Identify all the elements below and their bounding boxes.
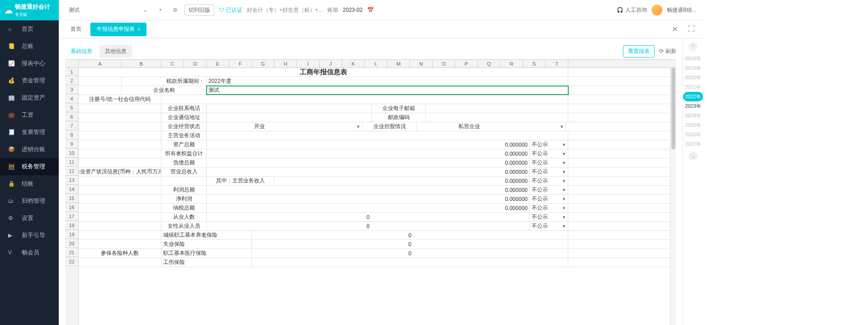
sidebar-item-1[interactable]: 📒总账 [0, 38, 59, 55]
cell[interactable]: 税款所属期间： [122, 77, 207, 86]
cell[interactable] [79, 213, 161, 221]
cell[interactable] [79, 158, 161, 167]
year-2026年[interactable]: 2026年 [683, 130, 703, 139]
cell[interactable]: 从业人数 [161, 213, 207, 221]
sidebar-item-0[interactable]: ⌂首页 [0, 20, 59, 38]
cell[interactable]: 其中：主营业务收入 [207, 177, 274, 185]
cell[interactable]: 净利润 [161, 195, 207, 203]
close-all-icon[interactable]: ✕ [669, 24, 680, 34]
year-2020年[interactable]: 2020年 [683, 73, 703, 82]
year-2023年[interactable]: 2023年 [683, 101, 703, 111]
cell[interactable] [79, 113, 161, 122]
cell[interactable]: 营业总收入 [161, 167, 207, 176]
cell[interactable]: 0.000000 [274, 177, 530, 185]
sidebar-item-13[interactable]: V畅会员 [0, 244, 59, 261]
cell[interactable]: 工商年报信息表 [79, 68, 568, 76]
cell[interactable]: 不公示▼ [530, 140, 568, 149]
cell[interactable] [79, 122, 161, 131]
vertical-scrollbar[interactable] [670, 68, 676, 325]
cell[interactable]: 女性从业人员 [161, 222, 207, 230]
spreadsheet-grid[interactable]: 工商年报信息表税款所属期间：2022年度企业名称测试注册号/统一社会信用代码企业… [79, 68, 676, 267]
cell[interactable]: 负债总额 [161, 158, 207, 167]
cell[interactable] [79, 204, 161, 212]
support-link[interactable]: 🎧 人工咨询 [617, 6, 647, 14]
cell[interactable]: 0.000000 [207, 167, 530, 176]
cell[interactable]: 0 [207, 222, 530, 230]
cell[interactable]: 不公示▼ [530, 213, 568, 221]
cell[interactable] [79, 140, 161, 149]
sidebar-item-3[interactable]: 💰资金管理 [0, 72, 59, 89]
cell[interactable]: 不公示▼ [530, 158, 568, 167]
cell[interactable]: 不公示▼ [530, 167, 568, 176]
cell[interactable]: 所有者权益合计 [161, 149, 207, 158]
cell[interactable] [207, 131, 568, 140]
switch-old-button[interactable]: 切到旧版 [184, 5, 214, 16]
sidebar-item-9[interactable]: 🔒结账 [0, 175, 59, 192]
avatar[interactable] [651, 5, 662, 15]
cell[interactable]: 企业经营状态 [161, 122, 207, 131]
tab-0[interactable]: 首页 [64, 23, 88, 36]
cell[interactable]: 企业通信地址 [161, 113, 207, 122]
cell[interactable] [161, 177, 207, 185]
cell[interactable] [79, 77, 122, 86]
sidebar-item-2[interactable]: 📈报表中心 [0, 55, 59, 72]
cell[interactable]: 0 [252, 240, 568, 249]
sidebar-item-5[interactable]: 💼工资 [0, 106, 59, 124]
cell[interactable] [79, 149, 161, 158]
cell[interactable]: 0.000000 [207, 149, 530, 158]
cell[interactable]: 参保各险种人数 [79, 249, 161, 258]
fullscreen-icon[interactable]: ⛶ [685, 24, 698, 34]
cell[interactable] [252, 258, 568, 267]
cell[interactable] [207, 104, 372, 113]
cell[interactable] [79, 177, 161, 185]
cell[interactable]: 利润总额 [161, 186, 207, 194]
tab-1[interactable]: 年报信息申报表× [90, 23, 146, 36]
company-select[interactable]: 测试 ⌄ [65, 4, 151, 16]
cell[interactable]: 0.000000 [207, 158, 530, 167]
cell[interactable]: 不公示▼ [530, 149, 568, 158]
year-2019年[interactable]: 2019年 [683, 63, 703, 73]
cell[interactable] [79, 231, 161, 239]
cell[interactable] [79, 104, 161, 113]
sidebar-item-4[interactable]: 🏢固定资产 [0, 89, 59, 106]
year-2018年[interactable]: 2018年 [683, 54, 703, 63]
add-icon[interactable]: + [156, 5, 165, 15]
cell[interactable]: 资产总额 [161, 140, 207, 149]
cell[interactable] [426, 113, 568, 122]
cell[interactable]: 邮政编码 [372, 113, 426, 122]
period-value[interactable]: 2023-02 [343, 7, 363, 13]
cell[interactable]: 0 [207, 213, 530, 221]
year-2025年[interactable]: 2025年 [683, 120, 703, 130]
cell[interactable]: 0.000000 [207, 186, 530, 194]
cell[interactable] [161, 95, 568, 104]
cell[interactable]: 不公示▼ [530, 177, 568, 185]
year-down-icon[interactable]: ⌄ [689, 152, 698, 161]
cell[interactable]: 工伤保险 [161, 258, 252, 267]
cell[interactable]: 失业保险 [161, 240, 252, 249]
cell[interactable]: 企业名称 [122, 86, 207, 95]
cell[interactable]: 不公示▼ [530, 204, 568, 212]
cell[interactable] [79, 258, 161, 267]
year-2027年[interactable]: 2027年 [683, 139, 703, 149]
cell[interactable]: 主营业务活动 [161, 131, 207, 140]
cell[interactable]: 纳税总额 [161, 204, 207, 212]
sidebar-item-8[interactable]: 🧮税务管理 [0, 158, 59, 175]
cell[interactable]: 0.000000 [207, 195, 530, 203]
cell[interactable]: 私营企业▼ [417, 122, 566, 131]
cell[interactable] [207, 113, 372, 122]
close-icon[interactable]: × [137, 27, 140, 32]
cell[interactable]: 不公示▼ [530, 222, 568, 230]
cell[interactable] [79, 86, 122, 95]
year-2022年[interactable]: 2022年 [683, 92, 703, 101]
cell[interactable]: 0.000000 [207, 204, 530, 212]
sidebar-item-7[interactable]: 📦进销台账 [0, 141, 59, 158]
gear-icon[interactable]: ⚙ [170, 5, 180, 15]
cell[interactable] [426, 104, 568, 113]
company-name-cell[interactable]: 测试 [207, 86, 568, 95]
cell[interactable] [79, 195, 161, 203]
sidebar-item-12[interactable]: ▶新手引导 [0, 227, 59, 244]
subtab-0[interactable]: 基础信息 [65, 45, 98, 58]
cell[interactable]: 企业电子邮箱 [372, 104, 426, 113]
cell[interactable]: 企业联系电话 [161, 104, 207, 113]
cell[interactable]: 2022年度 [207, 77, 568, 86]
